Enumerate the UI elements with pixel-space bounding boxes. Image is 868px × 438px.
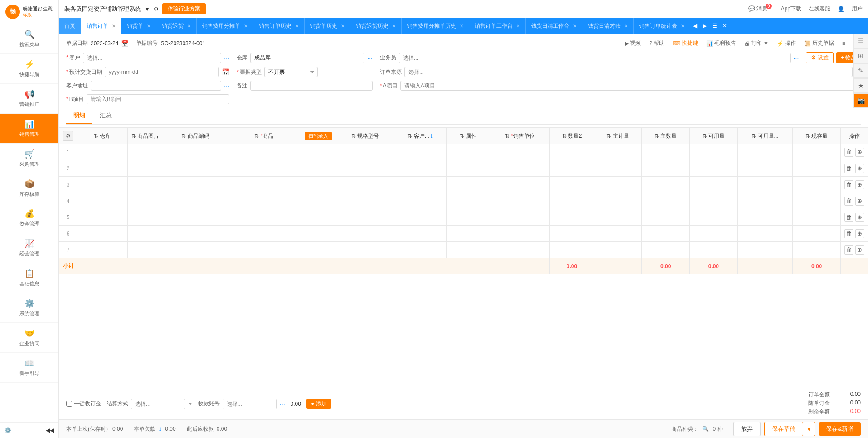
row-5-copy-icon[interactable]: ⊕ bbox=[855, 213, 864, 222]
row-7-copy-icon[interactable]: ⊕ bbox=[855, 245, 864, 255]
save-new-button[interactable]: 保存&新增 bbox=[819, 422, 861, 436]
row-4-customer-code[interactable] bbox=[394, 193, 446, 209]
row-6-main-unit[interactable] bbox=[594, 226, 642, 242]
settings-button[interactable]: ⚙ 设置 bbox=[806, 52, 833, 63]
sidebar-item-guide[interactable]: 📖 新手引导 bbox=[0, 353, 58, 383]
row-6-delete-icon[interactable]: 🗑 bbox=[844, 229, 853, 238]
add-account-button[interactable]: ● 添加 bbox=[306, 399, 331, 409]
scan-button[interactable]: 扫码录入 bbox=[305, 132, 332, 140]
row-3-product[interactable] bbox=[228, 177, 300, 193]
row-2-main-unit[interactable] bbox=[594, 160, 642, 177]
account-input[interactable] bbox=[223, 399, 277, 409]
sidebar-item-basic-info[interactable]: 📋 基础信息 bbox=[0, 263, 58, 293]
tab-sales-stats[interactable]: 销售订单统计表 ✕ bbox=[634, 18, 690, 34]
checkout-method-arrow-icon[interactable]: ▼ bbox=[188, 401, 193, 406]
tab-detail[interactable]: 明细 bbox=[66, 108, 92, 124]
row-3-main-unit[interactable] bbox=[594, 177, 642, 193]
tab-close-sales-return[interactable]: ✕ bbox=[187, 24, 191, 29]
auto-checkout-checkbox[interactable] bbox=[66, 401, 72, 407]
row-2-unit[interactable] bbox=[490, 160, 550, 177]
tab-sales-cost[interactable]: 销售费用分摊单 ✕ bbox=[197, 18, 253, 34]
row-6-spec[interactable] bbox=[336, 226, 394, 242]
row-7-product[interactable] bbox=[228, 242, 300, 258]
warehouse-input[interactable] bbox=[250, 53, 364, 63]
tab-order-workbench[interactable]: 销售订单工作台 ✕ bbox=[469, 18, 526, 34]
tab-return-history[interactable]: 销货退货历史 ✕ bbox=[350, 18, 402, 34]
row-4-spec[interactable] bbox=[336, 193, 394, 209]
auto-checkout-label[interactable]: 一键收订金 bbox=[66, 400, 101, 408]
row-1-unit[interactable] bbox=[490, 144, 550, 160]
row-7-main-qty[interactable] bbox=[642, 242, 690, 258]
tab-close-cost-history[interactable]: ✕ bbox=[460, 24, 463, 29]
side-btn-5[interactable]: 📷 bbox=[853, 93, 868, 108]
sidebar-item-system[interactable]: ⚙️ 系统管理 bbox=[0, 293, 58, 323]
sidebar-item-search[interactable]: 🔍 搜索菜单 bbox=[0, 24, 58, 54]
row-7-delete-icon[interactable]: 🗑 bbox=[844, 245, 853, 255]
row-5-delete-icon[interactable]: 🗑 bbox=[844, 213, 853, 222]
settings-gear-icon[interactable]: ⚙ bbox=[154, 6, 159, 12]
account-ellipsis-icon[interactable]: ··· bbox=[280, 400, 285, 408]
print-btn[interactable]: 🖨 打印 ▼ bbox=[742, 38, 771, 48]
sidebar-item-inventory[interactable]: 📦 库存核算 bbox=[0, 173, 58, 203]
tab-close-order-workbench[interactable]: ✕ bbox=[516, 24, 520, 29]
invoice-select[interactable]: 不开票 普通发票 增值税专用发票 bbox=[264, 67, 318, 77]
ops-btn[interactable]: ⚡ 操作 bbox=[774, 38, 799, 48]
row-5-main-unit[interactable] bbox=[594, 209, 642, 226]
b-project-input[interactable] bbox=[87, 94, 229, 104]
row-7-main-unit[interactable] bbox=[594, 242, 642, 258]
warehouse-ellipsis-icon[interactable]: ··· bbox=[367, 54, 373, 62]
row-3-customer-code[interactable] bbox=[394, 177, 446, 193]
row-7-spec[interactable] bbox=[336, 242, 394, 258]
row-5-warehouse[interactable] bbox=[77, 209, 128, 226]
print-dropdown-icon[interactable]: ▼ bbox=[763, 40, 769, 47]
row-6-code[interactable] bbox=[163, 226, 228, 242]
row-4-copy-icon[interactable]: ⊕ bbox=[855, 197, 864, 206]
address-ellipsis-icon[interactable]: ··· bbox=[224, 82, 229, 89]
customer-ellipsis-icon[interactable]: ··· bbox=[224, 54, 229, 62]
profit-btn[interactable]: 📊 毛利预告 bbox=[703, 38, 739, 48]
row-6-attr[interactable] bbox=[446, 226, 490, 242]
row-1-qty2[interactable] bbox=[550, 144, 594, 160]
row-3-warehouse[interactable] bbox=[77, 177, 128, 193]
row-3-delete-icon[interactable]: 🗑 bbox=[844, 180, 853, 189]
row-1-customer-code[interactable] bbox=[394, 144, 446, 160]
tab-sales-invoice[interactable]: 销货单 ✕ bbox=[121, 18, 156, 34]
row-2-spec[interactable] bbox=[336, 160, 394, 177]
row-7-unit[interactable] bbox=[490, 242, 550, 258]
a-project-input[interactable] bbox=[400, 81, 861, 91]
tab-close-sales-order-history[interactable]: ✕ bbox=[295, 24, 299, 29]
row-1-warehouse[interactable] bbox=[77, 144, 128, 160]
tab-close-all-icon[interactable]: ✕ bbox=[720, 23, 730, 29]
row-3-qty2[interactable] bbox=[550, 177, 594, 193]
dropdown-arrow-icon[interactable]: ▼ bbox=[145, 6, 150, 12]
table-scroll[interactable]: ⚙ ⇅ 仓库 ⇅ 商品图片 ⇅ 商品编码 ⇅ *商品 bbox=[59, 128, 868, 374]
row-3-attr[interactable] bbox=[446, 177, 490, 193]
row-3-main-qty[interactable] bbox=[642, 177, 690, 193]
tab-close-daily-reconcile[interactable]: ✕ bbox=[624, 24, 628, 29]
row-4-qty2[interactable] bbox=[550, 193, 594, 209]
tab-daily-reconcile[interactable]: 钱货日清对账 ✕ bbox=[582, 18, 634, 34]
side-btn-1[interactable]: ☰ bbox=[853, 34, 868, 48]
row-2-copy-icon[interactable]: ⊕ bbox=[855, 164, 864, 173]
sidebar-item-management[interactable]: 📈 经营管理 bbox=[0, 233, 58, 263]
row-4-delete-icon[interactable]: 🗑 bbox=[844, 197, 853, 206]
row-5-attr[interactable] bbox=[446, 209, 490, 226]
side-btn-4[interactable]: ★ bbox=[853, 78, 868, 93]
tab-close-sales-order[interactable]: ✕ bbox=[112, 24, 116, 29]
row-7-warehouse[interactable] bbox=[77, 242, 128, 258]
row-5-main-qty[interactable] bbox=[642, 209, 690, 226]
delivery-input[interactable] bbox=[105, 67, 219, 77]
tab-close-sales-cost[interactable]: ✕ bbox=[244, 24, 247, 29]
sidebar-collapse-icon[interactable]: ◀◀ bbox=[46, 427, 54, 433]
sidebar-item-purchase[interactable]: 🛒 采购管理 bbox=[0, 144, 58, 173]
industry-solution-button[interactable]: 体验行业方案 bbox=[162, 3, 206, 14]
tab-sales-order[interactable]: 销售订单 ✕ bbox=[81, 18, 121, 34]
row-7-customer-code[interactable] bbox=[394, 242, 446, 258]
row-4-unit[interactable] bbox=[490, 193, 550, 209]
row-2-product[interactable] bbox=[228, 160, 300, 177]
tab-home[interactable]: 首页 bbox=[59, 18, 81, 34]
remark-input[interactable] bbox=[250, 81, 373, 91]
tab-sales-return[interactable]: 销货退货 ✕ bbox=[156, 18, 197, 34]
row-5-code[interactable] bbox=[163, 209, 228, 226]
sidebar-item-finance[interactable]: 💰 资金管理 bbox=[0, 203, 58, 233]
